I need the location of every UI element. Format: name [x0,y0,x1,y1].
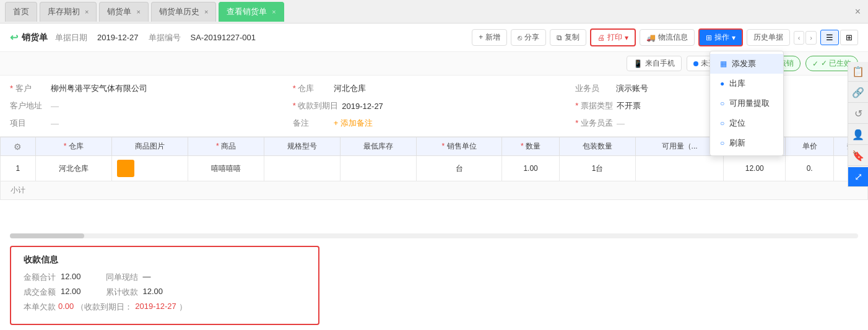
tab-view-sales-close[interactable]: × [272,8,276,15]
col-price: 单价 [786,137,834,156]
sales2-label: 业务员孟 [575,118,613,129]
doc-date-label: 单据日期 [55,32,87,43]
col-gear[interactable]: ⚙ [1,137,36,156]
print-button[interactable]: 🖨 打印 ▾ [590,28,636,46]
cell-min-stock [340,156,416,181]
available-label: 可用量提取 [729,98,770,109]
window-close-button[interactable]: × [853,4,863,20]
address-label: 客户地址 [10,100,47,111]
total-amount-value: 12.00 [61,272,81,283]
ops-item-locate[interactable]: ○ 定位 [710,113,783,133]
add-note-button[interactable]: + 添加备注 [334,118,576,129]
ticket-dot-icon [693,61,698,66]
available-icon: ○ [720,99,724,108]
ops-item-addinvoice[interactable]: ▦ 添发票 [710,54,783,74]
right-icon-2[interactable]: 🔗 [848,83,868,103]
ops-item-available[interactable]: ○ 可用量提取 [710,93,783,113]
transaction-label: 成交金额 [24,287,56,298]
tab-inventory[interactable]: 库存期初 × [40,2,97,22]
ops-dropdown-icon: ▾ [732,33,736,42]
cumulative-field: 累计收款 12.00 [106,287,163,298]
doc-title: ↩ 销货单 [10,32,48,43]
warehouse-field: 仓库 河北仓库 [293,83,576,94]
next-button[interactable]: › [805,31,817,45]
balance-note: （收款到期日： [76,302,132,313]
right-icon-1[interactable]: 📋 [848,62,868,82]
mobile-button[interactable]: 📱 来自手机 [627,56,682,71]
logistics-icon: 🚚 [646,33,656,42]
col-product-img: 商品图片 [111,137,188,156]
addinvoice-icon: ▦ [720,59,727,68]
payment-row-2: 成交金额 12.00 累计收款 12.00 [24,287,306,298]
tab-home[interactable]: 首页 [5,2,37,22]
ops-button[interactable]: ⊞ 操作 ▾ [698,28,743,46]
tab-inventory-close[interactable]: × [85,8,89,15]
tab-sales-history[interactable]: 销货单历史 × [151,2,216,22]
payment-row-1: 金额合计 12.00 同单现结 — [24,272,306,283]
right-icon-3[interactable]: ↺ [848,104,868,124]
ops-item-outstock[interactable]: ● 出库 [710,74,783,93]
tab-sales-close[interactable]: × [136,8,140,15]
col-min-stock: 最低库存 [340,137,416,156]
total-amount-field: 金额合计 12.00 [24,272,81,283]
tab-sales[interactable]: 销货单 × [99,2,148,22]
locate-icon: ○ [720,119,724,128]
table-scrollbar-thumb[interactable] [10,233,84,238]
customer-label: 客户 [10,83,47,94]
balance-close: ） [179,302,187,313]
view-list-button[interactable]: ☰ [820,30,839,45]
tab-sales-history-close[interactable]: × [204,8,208,15]
copy-label: 复制 [565,32,579,43]
doc-num-value: SA-20191227-001 [191,33,256,42]
bottom-area: 收款信息 金额合计 12.00 同单现结 — 成交金额 12.00 [0,241,868,330]
transaction-value: 12.00 [61,287,81,298]
customer-field: 客户 柳州粤港平安气体有限公司 [10,83,293,94]
tab-bar: 首页 库存期初 × 销货单 × 销货单历史 × 查看销货单 × × [0,0,868,24]
right-icon-6[interactable]: ⤢ [848,167,868,187]
right-icon-5[interactable]: 🔖 [848,146,868,166]
view-grid-button[interactable]: ⊞ [840,30,858,45]
ops-item-refresh[interactable]: ○ 刷新 [710,133,783,153]
tab-sales-label: 销货单 [107,6,131,17]
table-scrollbar[interactable] [10,233,858,238]
tab-inventory-label: 库存期初 [48,6,80,17]
history-button[interactable]: 历史单据 [747,29,790,46]
logistics-button[interactable]: 🚚 物流信息 [640,29,695,46]
add-button[interactable]: + 新增 [472,29,506,46]
cumulative-value: 12.00 [143,287,163,298]
cell-current-stock: 12.00 [724,156,786,181]
balance-value: 0.00 [58,302,74,313]
address-field: 客户地址 — [10,100,293,111]
address-value: — [51,102,293,111]
doc-date-value: 2019-12-27 [97,33,139,42]
col-product: 商品 [188,137,264,156]
share-label: 分享 [524,32,539,43]
transaction-field: 成交金额 12.00 [24,287,81,298]
outstock-label: 出库 [729,78,745,89]
share-icon: ⎋ [518,33,522,42]
tab-view-sales[interactable]: 查看销货单 × [219,2,284,22]
nav-arrows: ‹ › [794,31,817,45]
payment-title: 收款信息 [24,254,306,266]
cell-spec [264,156,340,181]
same-order-field: 同单现结 — [106,272,151,283]
same-order-label: 同单现结 [106,272,138,283]
refresh-icon: ○ [720,139,724,147]
locate-label: 定位 [729,118,745,129]
due-date-label: 收款到期日 [293,100,339,111]
note-label: 备注 [293,118,330,129]
balance-date: 2019-12-27 [135,302,176,313]
copy-button[interactable]: ⧉ 复制 [550,29,586,46]
due-date-field: 收款到期日 2019-12-27 [293,100,576,111]
ops-label: 操作 [714,32,729,43]
main-area: ↩ 销货单 单据日期 2019-12-27 单据编号 SA-20191227-0… [0,24,868,330]
prev-button[interactable]: ‹ [794,31,805,45]
subtotal-row: 小计 [1,181,868,200]
cell-row-num: 1 [1,156,36,181]
share-button[interactable]: ⎋ 分享 [511,29,546,46]
warehouse-value: 河北仓库 [334,83,576,94]
right-icon-4[interactable]: 👤 [848,125,868,145]
payment-row-3: 本单欠款 0.00 （收款到期日： 2019-12-27 ） [24,302,306,313]
col-warehouse: 仓库 [35,137,111,156]
view-toggle: ☰ ⊞ [820,30,858,45]
